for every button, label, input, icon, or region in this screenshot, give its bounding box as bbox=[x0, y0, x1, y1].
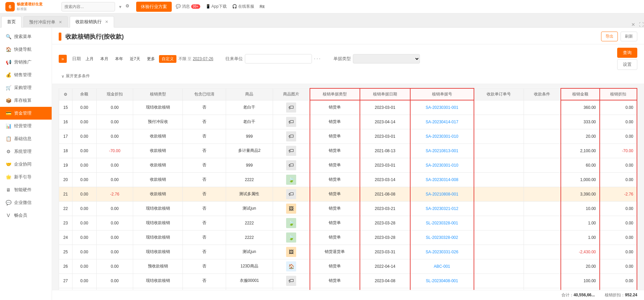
cell-cancel-bill-no[interactable]: SA-20230301-001 bbox=[410, 100, 474, 115]
cell-cancel-bill-date: 2023-03-28 bbox=[360, 230, 410, 245]
cell-product-img: 🏷 bbox=[273, 158, 310, 172]
cell-payment-terms bbox=[524, 216, 561, 230]
sidebar-item-operations[interactable]: 📊 经营管理 bbox=[0, 120, 52, 132]
tab-collection-close[interactable]: ✕ bbox=[105, 19, 108, 24]
cell-cancel-bill-no[interactable]: SA-20230314-008 bbox=[410, 172, 474, 187]
sidebar-item-nav[interactable]: 🏠 快捷导航 bbox=[0, 43, 52, 56]
cell-cancel-type: 预收款核销 bbox=[133, 259, 183, 273]
date-btn-7days[interactable]: 近7天 bbox=[127, 55, 143, 63]
window-maximize-btn[interactable]: ⛶ bbox=[639, 22, 644, 27]
bill-no-link[interactable]: SL-20230328-002 bbox=[426, 235, 458, 240]
sidebar-item-basic[interactable]: 📋 基础信息 bbox=[0, 132, 52, 145]
top-bar: 6 畅捷通谱好生意 标准版 ▾ ⚙ 休验行业方案 💬 消息 99+ 📱 App下… bbox=[0, 0, 644, 13]
cell-product: 999 bbox=[226, 158, 273, 172]
tab-collection[interactable]: 收款核销执行 ✕ bbox=[70, 16, 114, 28]
refresh-btn[interactable]: 刷新 bbox=[621, 32, 637, 41]
th-settings[interactable]: ⚙ bbox=[59, 88, 72, 100]
tabs-bar: 首页 预付冲应付单 ✕ 收款核销执行 ✕ ✕ ⛶ bbox=[0, 13, 644, 28]
sidebar-item-purchase[interactable]: 🛒 采购管理 bbox=[0, 81, 52, 94]
th-balance: 余额 bbox=[72, 88, 97, 100]
bill-no-link[interactable]: SA-20230331-026 bbox=[426, 250, 458, 254]
date-btn-this-month[interactable]: 本月 bbox=[98, 55, 111, 63]
sidebar-item-inventory[interactable]: 📦 库存核算 bbox=[0, 94, 52, 107]
sales-icon: 💰 bbox=[5, 72, 11, 78]
cell-cancel-bill-no[interactable]: SA-20210808-001 bbox=[410, 187, 474, 201]
cell-cancel-bill-no[interactable]: SL-20230328-002 bbox=[410, 230, 474, 245]
bill-no-link[interactable]: SL-20230408-001 bbox=[426, 278, 458, 283]
date-btn-this-year[interactable]: 本年 bbox=[112, 55, 126, 63]
table-row: 16 0.00 0.00 预付冲应收 否 老白干 🏷 销货单 2023-04-1… bbox=[59, 115, 637, 129]
cell-cancel-amount: 20.00 bbox=[561, 129, 600, 143]
sidebar-item-enterprise[interactable]: 🤝 企业协同 bbox=[0, 158, 52, 171]
bill-no-link[interactable]: SA-20230301-001 bbox=[426, 105, 458, 110]
cell-cancel-amount: 1.00 bbox=[561, 216, 600, 230]
filter-dots: ··· bbox=[314, 56, 321, 62]
sidebar: 🔍 搜索菜单 🏠 快捷导航 📢 营销推广 💰 销售管理 🛒 采购管理 📦 库存核… bbox=[0, 28, 52, 300]
cell-cancel-bill-no[interactable]: SL-20230408-001 bbox=[410, 273, 474, 288]
cell-balance: 0.00 bbox=[72, 259, 97, 273]
cell-cancel-bill-no[interactable]: SA-20230414-017 bbox=[410, 115, 474, 129]
sidebar-item-finance[interactable]: 💳 资金管理 bbox=[0, 107, 52, 120]
bill-no-link[interactable]: SL-20230328-001 bbox=[426, 221, 458, 225]
cell-cancel-type: 收款核销 bbox=[133, 143, 183, 158]
cell-cancel-bill-no[interactable]: SA-20230301-010 bbox=[410, 158, 474, 172]
search-input[interactable] bbox=[61, 2, 115, 11]
cell-cancel-bill-no[interactable]: SL-20230328-001 bbox=[410, 216, 474, 230]
sidebar-item-guide[interactable]: 🌟 新手引导 bbox=[0, 171, 52, 183]
expand-more-btn[interactable]: ∨ 展开更多条件 bbox=[59, 72, 637, 80]
cell-cancel-type: 现结收款核销 bbox=[133, 230, 183, 245]
settings-icon[interactable]: ⚙ bbox=[125, 3, 132, 10]
cell-cancel-bill-no[interactable]: SA-20210813-001 bbox=[410, 143, 474, 158]
cell-product-img: 🖼 bbox=[273, 201, 310, 216]
partner-input[interactable] bbox=[245, 54, 312, 63]
cell-cancel-bill-no[interactable]: SA-20230321-012 bbox=[410, 201, 474, 216]
cell-include-settled: 否 bbox=[183, 158, 226, 172]
cell-receipt-order-no bbox=[474, 115, 524, 129]
sidebar-item-wechat[interactable]: 💬 企业微信 bbox=[0, 196, 52, 209]
bill-no-link[interactable]: SA-20230301-010 bbox=[426, 134, 458, 139]
online-service-btn[interactable]: 🎧 在线客服 bbox=[232, 4, 254, 9]
filter-collapse-btn[interactable]: » bbox=[59, 55, 67, 63]
bill-type-select[interactable] bbox=[353, 54, 420, 63]
bill-no-link[interactable]: SA-20210808-001 bbox=[426, 192, 458, 197]
tab-home[interactable]: 首页 bbox=[1, 16, 21, 28]
sidebar-item-marketing[interactable]: 📢 营销推广 bbox=[0, 56, 52, 69]
bill-no-link[interactable]: ABC-001 bbox=[434, 264, 450, 269]
cell-cash-discount: 0.00 bbox=[96, 245, 133, 259]
setting-btn[interactable]: 设置 bbox=[617, 59, 637, 70]
table-row: 26 0.00 0.00 预收款核销 否 123D商品 🏠 销货单 2022-0… bbox=[59, 259, 637, 273]
app-download-btn[interactable]: 📱 App下载 bbox=[206, 4, 227, 9]
main-content: 🔍 搜索菜单 🏠 快捷导航 📢 营销推广 💰 销售管理 🛒 采购管理 📦 库存核… bbox=[0, 28, 644, 300]
cell-cancel-bill-no[interactable]: SA-20230331-026 bbox=[410, 245, 474, 259]
message-btn[interactable]: 💬 消息 99+ bbox=[176, 4, 200, 9]
date-btn-more[interactable]: 更多 bbox=[144, 55, 158, 63]
sidebar-item-search[interactable]: 🔍 搜索菜单 bbox=[0, 30, 52, 43]
operations-icon: 📊 bbox=[5, 123, 11, 129]
export-btn[interactable]: 导出 bbox=[601, 32, 618, 41]
bill-no-link[interactable]: SA-20230301-010 bbox=[426, 163, 458, 168]
bill-no-link[interactable]: SA-20230321-012 bbox=[426, 206, 458, 211]
query-btn[interactable]: 查询 bbox=[617, 48, 637, 58]
bill-no-link[interactable]: SA-20230314-008 bbox=[426, 177, 458, 182]
sidebar-item-system[interactable]: ⚙ 系统管理 bbox=[0, 145, 52, 158]
date-btn-custom[interactable]: 自定义 bbox=[159, 55, 176, 63]
bill-no-link[interactable]: SA-20230414-017 bbox=[426, 120, 458, 124]
cell-cancel-bill-no[interactable]: SA-20230301-010 bbox=[410, 129, 474, 143]
tab-prepay[interactable]: 预付冲应付单 ✕ bbox=[23, 16, 68, 28]
sidebar-item-hardware[interactable]: 🖥 智能硬件 bbox=[0, 183, 52, 196]
cell-cancel-bill-date: 2023-03-01 bbox=[360, 158, 410, 172]
cell-cancel-bill-date: 2023-03-14 bbox=[360, 172, 410, 187]
date-btn-last-month[interactable]: 上月 bbox=[83, 55, 96, 63]
sidebar-item-member[interactable]: V 畅会员 bbox=[0, 209, 52, 222]
cell-cancel-amount: 1,000.00 bbox=[561, 172, 600, 187]
sidebar-item-sales[interactable]: 💰 销售管理 bbox=[0, 69, 52, 81]
window-close-btn[interactable]: ✕ bbox=[631, 22, 636, 27]
page-area: 收款核销执行(按收款) 导出 刷新 » 日期 上月 本月 本年 近7 bbox=[52, 28, 644, 300]
cell-cancel-bill-no[interactable]: ABC-001 bbox=[410, 259, 474, 273]
bill-no-link[interactable]: SA-20210813-001 bbox=[426, 148, 458, 153]
cell-cancel-amount: 60.00 bbox=[561, 158, 600, 172]
dropdown-icon[interactable]: ▾ bbox=[119, 4, 121, 9]
total-amount-label: 合计：40,556,66... bbox=[561, 292, 595, 298]
tab-prepay-close[interactable]: ✕ bbox=[59, 20, 62, 25]
industry-btn[interactable]: 休验行业方案 bbox=[136, 2, 172, 12]
